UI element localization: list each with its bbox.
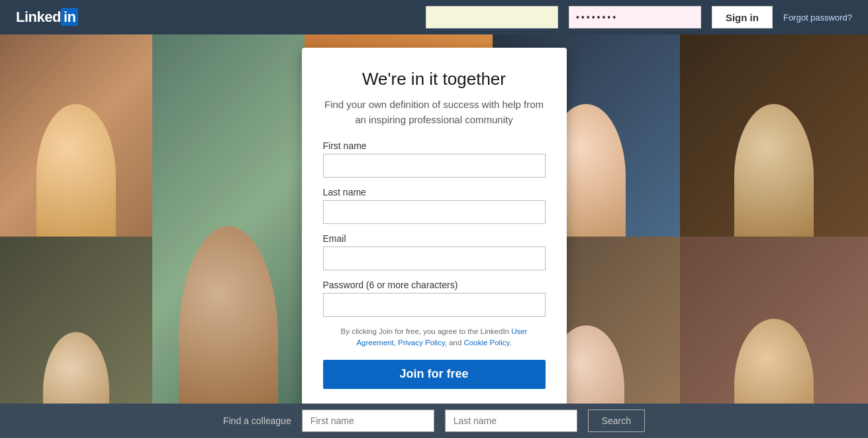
modal-title: We're in it together [323,69,546,89]
header: Linkedin Sign in Forgot password? [0,0,868,34]
last-name-input[interactable] [323,200,546,224]
email-input[interactable] [323,246,546,270]
password-group: Password (6 or more characters) [323,280,546,317]
modal-subtitle: Find your own definition of success with… [323,97,546,127]
colleague-first-name-input[interactable] [302,410,434,432]
logo: Linkedin [16,9,78,26]
cookie-policy-link[interactable]: Cookie Policy [464,339,510,347]
header-password-input[interactable] [569,6,701,28]
last-name-label: Last name [323,187,546,197]
registration-modal: We're in it together Find your own defin… [302,48,567,408]
password-label: Password (6 or more characters) [323,280,546,290]
colleague-last-name-input[interactable] [445,410,577,432]
sign-in-button[interactable]: Sign in [712,6,773,28]
forgot-password-link[interactable]: Forgot password? [783,13,852,23]
email-label: Email [323,233,546,244]
first-name-input[interactable] [323,154,546,178]
header-email-input[interactable] [426,6,558,28]
bottom-bar: Find a colleague Search [0,404,868,438]
first-name-label: First name [323,140,546,151]
join-button[interactable]: Join for free [323,360,546,389]
find-colleague-label: Find a colleague [223,415,291,426]
password-input[interactable] [323,293,546,317]
last-name-group: Last name [323,187,546,224]
email-group: Email [323,233,546,270]
terms-text: By clicking Join for free, you agree to … [323,326,546,349]
main-area: We're in it together Find your own defin… [0,34,868,438]
privacy-policy-link[interactable]: Privacy Policy [398,339,445,347]
search-button[interactable]: Search [588,410,645,432]
first-name-group: First name [323,140,546,178]
logo-text: Linkedin [16,9,78,26]
